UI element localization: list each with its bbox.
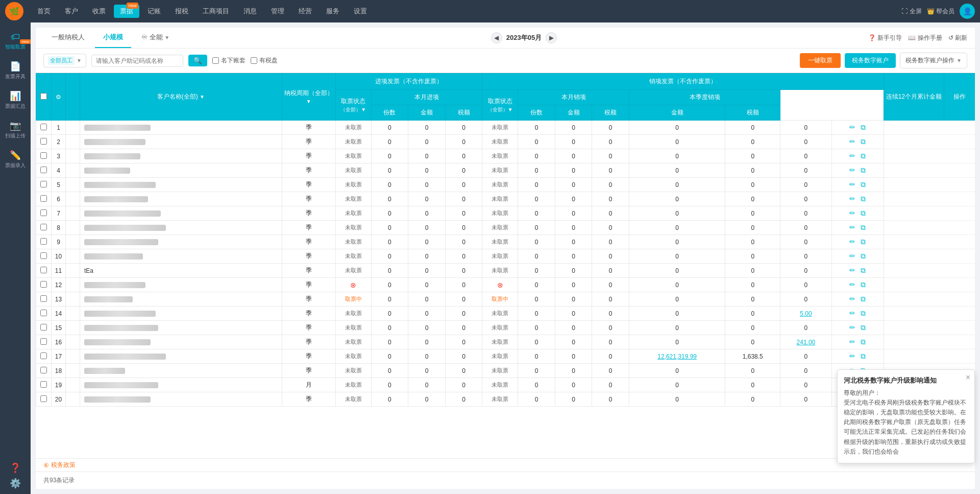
search-input[interactable]	[91, 55, 183, 67]
tax-digital-ops-btn[interactable]: 税务数字账户操作 ▼	[900, 53, 967, 68]
copy-btn[interactable]: ⧉	[859, 323, 867, 332]
edit-btn[interactable]: ✏	[848, 280, 857, 289]
copy-btn[interactable]: ⧉	[859, 223, 867, 231]
edit-btn[interactable]: ✏	[848, 238, 857, 246]
settings-icon[interactable]: ⚙️	[10, 478, 21, 489]
edit-btn[interactable]: ✏	[848, 266, 857, 274]
employee-select[interactable]: 全部员工 ▼	[43, 54, 86, 67]
copy-btn[interactable]: ⧉	[859, 195, 867, 203]
copy-btn[interactable]: ⧉	[859, 280, 867, 289]
consecutive-amount[interactable]: 5.00	[800, 310, 812, 317]
row-checkbox[interactable]	[40, 295, 47, 302]
checkbox-label-my-accounts[interactable]: 名下账套	[212, 56, 246, 65]
period-prev-btn[interactable]: ◀	[491, 32, 502, 43]
th-settings[interactable]: ⚙	[52, 74, 66, 121]
row-checkbox[interactable]	[40, 124, 47, 130]
sidebar-item-scan-upload[interactable]: 📷 扫描上传	[0, 116, 31, 144]
tab-general-taxpayer[interactable]: 一般纳税人	[43, 28, 93, 48]
row-checkbox[interactable]	[40, 195, 47, 202]
fullscreen-btn[interactable]: ⛶ 全屏	[901, 7, 921, 16]
consecutive-amount[interactable]: 241.00	[797, 339, 816, 346]
nav-tax[interactable]: 报税	[169, 5, 194, 18]
edit-btn[interactable]: ✏	[848, 309, 857, 317]
edit-btn[interactable]: ✏	[848, 123, 857, 131]
period-next-btn[interactable]: ▶	[546, 32, 557, 43]
my-accounts-checkbox[interactable]	[212, 57, 219, 64]
row-checkbox[interactable]	[40, 181, 47, 187]
copy-btn[interactable]: ⧉	[859, 152, 867, 160]
nav-message[interactable]: 消息	[237, 5, 263, 18]
edit-btn[interactable]: ✏	[848, 295, 857, 303]
sidebar-item-ticket-summary[interactable]: 📊 票据汇总	[0, 86, 31, 114]
vip-btn[interactable]: 👑 帮会员	[927, 7, 954, 16]
quarter-amount[interactable]: 12,621,319.99	[657, 353, 697, 360]
row-checkbox[interactable]	[40, 167, 47, 173]
edit-btn[interactable]: ✏	[848, 323, 857, 332]
nav-bookkeeping[interactable]: 记账	[141, 5, 167, 18]
help-icon[interactable]: ❓	[10, 462, 21, 474]
edit-btn[interactable]: ✏	[848, 137, 857, 146]
copy-btn[interactable]: ⧉	[859, 252, 867, 260]
nav-settings[interactable]: 设置	[348, 5, 373, 18]
edit-btn[interactable]: ✏	[848, 252, 857, 260]
tab-all[interactable]: ♾ 全能 ▼	[133, 28, 178, 48]
row-checkbox[interactable]	[40, 209, 47, 216]
nav-service[interactable]: 服务	[320, 5, 346, 18]
nav-manage[interactable]: 管理	[265, 5, 290, 18]
row-checkbox[interactable]	[40, 367, 47, 373]
row-checkbox[interactable]	[40, 281, 47, 288]
edit-btn[interactable]: ✏	[848, 152, 857, 160]
sidebar-item-smart-ticket[interactable]: 🏷 智能取票 new	[0, 28, 31, 55]
row-checkbox[interactable]	[40, 267, 47, 273]
nav-business[interactable]: 工商项目	[197, 5, 235, 18]
copy-btn[interactable]: ⧉	[859, 209, 867, 217]
edit-btn[interactable]: ✏	[848, 338, 857, 346]
nav-operation[interactable]: 经营	[292, 5, 318, 18]
new-guide-btn[interactable]: ❓ 新手引导	[868, 34, 902, 42]
edit-btn[interactable]: ✏	[848, 209, 857, 217]
tab-small-scale[interactable]: 小规模	[95, 28, 131, 48]
app-logo[interactable]: 🌿	[5, 2, 23, 20]
edit-btn[interactable]: ✏	[848, 180, 857, 189]
row-checkbox[interactable]	[40, 252, 47, 259]
search-button[interactable]: 🔍	[188, 55, 207, 66]
nav-customer[interactable]: 客户	[59, 5, 84, 18]
has-tax-disk-checkbox[interactable]	[251, 57, 257, 64]
nav-ticket[interactable]: 票据 new	[114, 5, 139, 18]
sidebar-item-ticket-entry[interactable]: ✏️ 票据录入	[0, 146, 31, 173]
nav-home[interactable]: 首页	[31, 5, 57, 18]
select-all-checkbox[interactable]	[40, 93, 47, 100]
tax-digital-account-btn[interactable]: 税务数字账户	[845, 53, 896, 68]
manual-btn[interactable]: 📖 操作手册	[908, 34, 942, 42]
checkbox-label-has-tax-disk[interactable]: 有税盘	[251, 56, 278, 65]
row-checkbox[interactable]	[40, 238, 47, 245]
edit-btn[interactable]: ✏	[848, 166, 857, 174]
edit-btn[interactable]: ✏	[848, 223, 857, 231]
one-click-ticket-btn[interactable]: 一键取票	[800, 53, 841, 68]
copy-btn[interactable]: ⧉	[859, 137, 867, 146]
row-checkbox[interactable]	[40, 381, 47, 388]
row-checkbox[interactable]	[40, 152, 47, 159]
user-avatar[interactable]: 👤	[960, 4, 975, 19]
copy-btn[interactable]: ⧉	[859, 238, 867, 246]
copy-btn[interactable]: ⧉	[859, 352, 867, 360]
row-checkbox[interactable]	[40, 395, 47, 402]
tax-policy-bar[interactable]: ⑥ 税务政策	[36, 458, 975, 472]
copy-btn[interactable]: ⧉	[859, 309, 867, 317]
refresh-btn[interactable]: ↺ 刷新	[948, 34, 967, 42]
copy-btn[interactable]: ⧉	[859, 180, 867, 189]
copy-btn[interactable]: ⧉	[859, 266, 867, 274]
row-checkbox[interactable]	[40, 310, 47, 316]
row-checkbox[interactable]	[40, 338, 47, 345]
row-checkbox[interactable]	[40, 224, 47, 230]
row-checkbox[interactable]	[40, 324, 47, 331]
sidebar-item-invoice-open[interactable]: 📄 发票开具	[0, 57, 31, 84]
copy-btn[interactable]: ⧉	[859, 123, 867, 131]
nav-receive-ticket[interactable]: 收票	[86, 5, 112, 18]
copy-btn[interactable]: ⧉	[859, 338, 867, 346]
row-checkbox[interactable]	[40, 138, 47, 145]
copy-btn[interactable]: ⧉	[859, 295, 867, 303]
edit-btn[interactable]: ✏	[848, 195, 857, 203]
edit-btn[interactable]: ✏	[848, 352, 857, 360]
row-checkbox[interactable]	[40, 352, 47, 359]
